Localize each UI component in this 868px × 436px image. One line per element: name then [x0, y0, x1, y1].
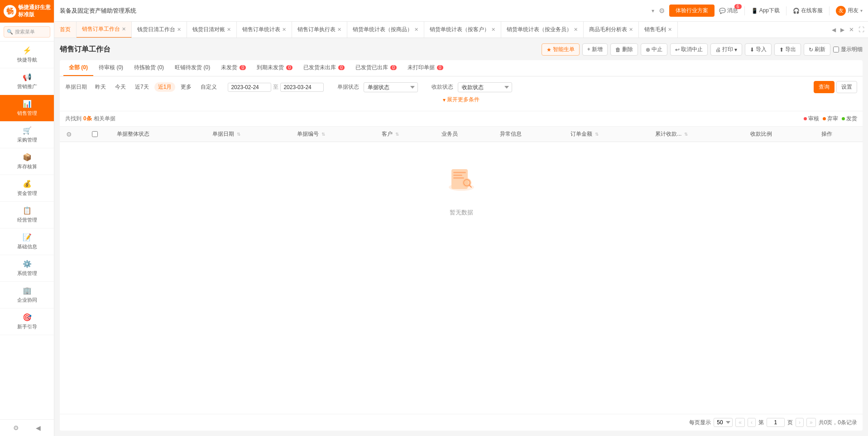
date-btn-yesterday[interactable]: 昨天 — [91, 82, 110, 92]
col-settings[interactable]: ⚙ — [60, 127, 78, 142]
col-date-header[interactable]: 单据日期 ⇅ — [208, 127, 293, 142]
stop-button[interactable]: ⊗ 中止 — [641, 43, 667, 56]
topbar-settings-icon[interactable]: ⚙ — [659, 7, 665, 15]
ship-action-btn[interactable]: 发货 — [842, 115, 857, 123]
date-btn-today[interactable]: 今天 — [111, 82, 129, 92]
sidebar-search-area[interactable]: 🔍 搜索菜单 — [0, 23, 54, 42]
sub-tab-pending-review[interactable]: 待审核 (0) — [93, 60, 129, 76]
tab-sales-stat[interactable]: 销售订单统计表 ✕ — [237, 22, 292, 38]
tab-gross-margin[interactable]: 商品毛利分析表 ✕ — [584, 22, 639, 38]
add-button[interactable]: + 新增 — [582, 43, 608, 56]
user-menu[interactable]: 友 用友 ▾ — [836, 6, 863, 16]
first-page-button[interactable]: « — [735, 418, 745, 427]
last-page-button[interactable]: » — [806, 418, 816, 427]
refresh-button[interactable]: ↻ 刷新 — [804, 43, 830, 56]
col-ratio-header[interactable]: 收款比例 — [746, 127, 816, 142]
col-settings-icon[interactable]: ⚙ — [66, 131, 72, 138]
tabs-prev-icon[interactable]: ◀ — [830, 26, 838, 34]
tab-close-sales-profit[interactable]: ✕ — [668, 27, 672, 33]
date-to-input[interactable] — [280, 83, 324, 92]
expand-conditions-btn[interactable]: ▾ 展开更多条件 — [65, 93, 857, 106]
page-number-input[interactable] — [767, 418, 785, 427]
sidebar-item-purchase[interactable]: 🛒 采购管理 — [0, 122, 54, 148]
review-action-btn[interactable]: 审核 — [804, 115, 819, 123]
message-icon-item[interactable]: 💬 6 消息 — [719, 7, 738, 14]
filter-settings-button[interactable]: 设置 — [836, 81, 857, 93]
date-btn-more[interactable]: 更多 — [177, 82, 195, 92]
col-status-header[interactable]: 单据整体状态 — [112, 127, 208, 142]
tab-cash-reconcile[interactable]: 钱货日清对账 ✕ — [187, 22, 237, 38]
tab-close-cash-reconcile[interactable]: ✕ — [227, 27, 231, 33]
date-from-input[interactable] — [228, 83, 271, 92]
per-page-select[interactable]: 50 — [714, 418, 733, 427]
import-button[interactable]: ⬇ 导入 — [745, 43, 772, 56]
sidebar-item-enterprise[interactable]: 🏢 企业协同 — [0, 282, 54, 308]
search-menu-input[interactable]: 🔍 搜索菜单 — [4, 26, 50, 38]
sidebar-item-finance[interactable]: 💰 资金管理 — [0, 175, 54, 202]
sub-tab-pending-check[interactable]: 待拣验货 (0) — [129, 60, 169, 76]
delete-button[interactable]: 🗑 删除 — [610, 43, 638, 56]
tab-close-gross-margin[interactable]: ✕ — [629, 27, 633, 33]
app-download-item[interactable]: 📱 App下载 — [751, 7, 780, 14]
tab-close-cash-daily[interactable]: ✕ — [177, 27, 181, 33]
smart-generate-button[interactable]: ★ 智能生单 — [542, 43, 580, 56]
select-all-checkbox[interactable] — [92, 131, 98, 137]
sidebar-item-operations[interactable]: 📋 经营管理 — [0, 202, 54, 228]
sidebar-item-system[interactable]: ⚙️ 系统管理 — [0, 255, 54, 282]
sidebar-item-guide[interactable]: 🎯 新手引导 — [0, 308, 54, 335]
sub-tab-overdue[interactable]: 到期未发货 0 — [251, 60, 298, 76]
cancel-stop-button[interactable]: ↩ 取消中止 — [670, 43, 708, 56]
prev-page-button[interactable]: ‹ — [748, 418, 756, 427]
tab-sales-by-staff[interactable]: 销货单统计表（按业务员） ✕ — [501, 22, 584, 38]
sidebar-item-inventory[interactable]: 📦 库存核算 — [0, 148, 54, 175]
tab-home[interactable]: 首页 — [54, 22, 77, 38]
tab-cash-daily[interactable]: 钱货日清工作台 ✕ — [132, 22, 187, 38]
show-detail-checkbox[interactable] — [833, 47, 839, 52]
show-detail-label[interactable]: 显示明细 — [833, 46, 863, 53]
tabs-expand-icon[interactable]: ⛶ — [857, 25, 866, 34]
table-scroll[interactable]: ⚙ 单据整体状态 单据日期 ⇅ — [60, 127, 863, 414]
export-button[interactable]: ⬆ 导出 — [774, 43, 801, 56]
tab-close-sales-stat[interactable]: ✕ — [282, 27, 286, 33]
tab-close-sales-by-customer[interactable]: ✕ — [491, 27, 495, 33]
tabs-next-icon[interactable]: ▶ — [839, 26, 846, 34]
col-number-header[interactable]: 单据编号 ⇅ — [293, 127, 377, 142]
col-received-header[interactable]: 累计收款... ⇅ — [651, 127, 746, 142]
tab-sales-workbench[interactable]: 销售订单工作台 ✕ — [77, 22, 132, 38]
sub-tab-not-printed[interactable]: 未打印单据 0 — [402, 60, 449, 76]
tab-sales-profit[interactable]: 销售毛利 ✕ — [639, 22, 678, 38]
tab-sales-by-goods[interactable]: 销货单统计表（按商品） ✕ — [347, 22, 424, 38]
tab-sales-by-customer[interactable]: 销货单统计表（按客户） ✕ — [424, 22, 501, 38]
col-amount-header[interactable]: 订单金额 ⇅ — [566, 127, 651, 142]
tab-sales-exec[interactable]: 销售订单执行表 ✕ — [292, 22, 347, 38]
date-btn-1month[interactable]: 近1月 — [154, 82, 176, 92]
date-btn-custom[interactable]: 自定义 — [197, 82, 221, 92]
sub-tab-all[interactable]: 全部 (0) — [63, 60, 93, 76]
col-customer-header[interactable]: 客户 ⇅ — [377, 127, 437, 142]
tab-close-sales-exec[interactable]: ✕ — [337, 27, 341, 33]
settings-icon[interactable]: ⚙ — [13, 424, 19, 431]
sidebar-item-base-info[interactable]: 📝 基础信息 — [0, 228, 54, 255]
sub-tab-wangpu[interactable]: 旺铺待发货 (0) — [169, 60, 216, 76]
next-page-button[interactable]: › — [796, 418, 804, 427]
cancel-review-action-btn[interactable]: 弃审 — [823, 115, 838, 123]
query-button[interactable]: 查询 — [814, 81, 834, 93]
sidebar-item-marketing[interactable]: 📢 营销推广 — [0, 68, 54, 95]
online-service-item[interactable]: 🎧 在线客服 — [793, 7, 823, 14]
collapse-icon[interactable]: ◀ — [36, 424, 41, 431]
tab-close-sales-by-staff[interactable]: ✕ — [574, 27, 578, 33]
tabs-close-all-icon[interactable]: ✕ — [847, 25, 856, 34]
sidebar-item-sales[interactable]: 📊 销售管理 — [0, 95, 54, 122]
status-select[interactable]: 单据状态 — [364, 82, 418, 92]
industry-solution-button[interactable]: 体验行业方案 — [669, 5, 715, 17]
col-abnormal-header[interactable]: 异常信息 — [495, 127, 566, 142]
sub-tab-shipped-out[interactable]: 已发货已出库 0 — [350, 60, 402, 76]
sub-tab-shipped-not-out[interactable]: 已发货未出库 0 — [298, 60, 350, 76]
print-button[interactable]: 🖨 打印 ▾ — [710, 43, 742, 56]
payment-select[interactable]: 收款状态 — [458, 82, 512, 92]
sub-tab-not-shipped[interactable]: 未发货 0 — [216, 60, 251, 76]
tab-close-sales-by-goods[interactable]: ✕ — [414, 27, 418, 33]
tab-close-sales-workbench[interactable]: ✕ — [122, 26, 126, 32]
date-btn-7days[interactable]: 近7天 — [131, 82, 153, 92]
sidebar-item-quick-nav[interactable]: ⚡ 快捷导航 — [0, 42, 54, 68]
